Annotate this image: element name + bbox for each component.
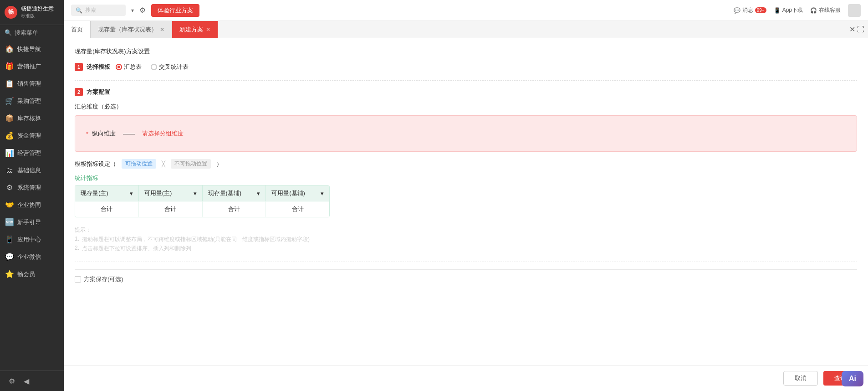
chat-icon: 💬 bbox=[5, 253, 14, 261]
step2-title: 方案配置 bbox=[87, 88, 110, 96]
sidebar-item-app-center[interactable]: 📱 应用中心 bbox=[0, 231, 64, 248]
sidebar-item-system[interactable]: ⚙ 系统管理 bbox=[0, 179, 64, 196]
cart-icon: 🛒 bbox=[5, 97, 14, 105]
message-icon: 💬 bbox=[734, 7, 740, 14]
step2-header: 2 方案配置 bbox=[75, 88, 857, 96]
no-drag-indicator: ╳ bbox=[162, 160, 165, 167]
sidebar-item-purchase[interactable]: 🛒 采购管理 bbox=[0, 93, 64, 110]
tip-item-1: 拖动标题栏可以调整布局，不可跨维度或指标区域拖动(只能在同一维度或指标区域内拖动… bbox=[75, 236, 857, 243]
radio-summary-label: 汇总表 bbox=[124, 63, 142, 71]
sidebar-bottom: ⚙ ◀ bbox=[0, 370, 64, 391]
sidebar-item-sales[interactable]: 📋 销售管理 bbox=[0, 75, 64, 93]
online-service-item[interactable]: 🎧 在线客服 bbox=[810, 6, 841, 14]
mobile-icon: 📱 bbox=[774, 7, 781, 14]
step1-header: 1 选择模板 汇总表 交叉统计表 bbox=[75, 63, 857, 71]
sidebar-item-finance[interactable]: 💰 资金管理 bbox=[0, 127, 64, 144]
cancel-button[interactable]: 取消 bbox=[783, 371, 818, 386]
required-star: * bbox=[86, 130, 88, 137]
ai-button[interactable]: Ai bbox=[842, 371, 863, 386]
tab-home[interactable]: 首页 bbox=[64, 21, 91, 38]
sidebar-item-basic-info[interactable]: 🗂 基础信息 bbox=[0, 162, 64, 179]
radio-cross-dot bbox=[151, 64, 157, 70]
vertical-dimension-label: 纵向维度 bbox=[92, 129, 116, 138]
app-download-item[interactable]: 📱 App下载 bbox=[774, 6, 803, 14]
stats-label: 统计指标 bbox=[75, 174, 857, 182]
sidebar-search[interactable]: 🔍 搜索菜单 bbox=[0, 25, 64, 41]
headset-icon: 🎧 bbox=[810, 7, 817, 14]
app-edition: 标准版 bbox=[21, 13, 54, 19]
mobile-icon: 📱 bbox=[5, 236, 14, 244]
page-title: 现存量(库存状况表)方案设置 bbox=[75, 47, 857, 56]
tab-new-plan-close-icon[interactable]: ✕ bbox=[206, 26, 210, 33]
tab-expand-icon[interactable]: ⛶ bbox=[857, 26, 864, 34]
sidebar-item-label: 应用中心 bbox=[17, 236, 41, 244]
sidebar-item-marketing[interactable]: 🎁 营销推广 bbox=[0, 58, 64, 75]
radio-summary-dot bbox=[116, 64, 122, 70]
sidebar-item-label: 基础信息 bbox=[17, 166, 41, 175]
required-field: * 纵向维度 —— 请选择分组维度 bbox=[86, 129, 184, 138]
sidebar-item-label: 企业微信 bbox=[17, 253, 41, 261]
tab-inventory-close-icon[interactable]: ✕ bbox=[160, 26, 164, 33]
sidebar-item-label: 销售管理 bbox=[17, 80, 41, 88]
col4-label: 可用量(基辅) bbox=[271, 189, 305, 197]
sidebar-item-wechat[interactable]: 💬 企业微信 bbox=[0, 248, 64, 266]
sidebar: 畅 畅捷通好生意 标准版 🔍 搜索菜单 🏠 快捷导航 🎁 营销推广 📋 销售管理… bbox=[0, 0, 64, 391]
dimension-placeholder[interactable]: 请选择分组维度 bbox=[142, 129, 184, 138]
topbar-right: 💬 消息 99+ 📱 App下载 🎧 在线客服 bbox=[734, 4, 861, 17]
tips-list: 拖动标题栏可以调整布局，不可跨维度或指标区域拖动(只能在同一维度或指标区域内拖动… bbox=[75, 236, 857, 252]
sidebar-item-new-guide[interactable]: 🆕 新手引导 bbox=[0, 214, 64, 231]
collapse-icon[interactable]: ◀ bbox=[20, 375, 33, 387]
message-item[interactable]: 💬 消息 99+ bbox=[734, 6, 766, 14]
topbar-dropdown[interactable]: ▾ bbox=[131, 7, 134, 14]
handshake-icon: 🤝 bbox=[5, 201, 14, 209]
app-name: 畅捷通好生意 bbox=[21, 5, 54, 13]
section-step1: 1 选择模板 汇总表 交叉统计表 bbox=[75, 63, 857, 71]
summary-dimension-label: 汇总维度（必选） bbox=[75, 103, 857, 111]
sidebar-item-label: 快捷导航 bbox=[17, 45, 41, 53]
experience-btn[interactable]: 体验行业方案 bbox=[151, 4, 199, 17]
sidebar-item-label: 经营管理 bbox=[17, 149, 41, 157]
section-step2: 2 方案配置 汇总维度（必选） * 纵向维度 —— 请选择分组维度 模板指标设定… bbox=[75, 88, 857, 252]
stats-header-col2: 可用量(主) ▾ bbox=[139, 185, 203, 201]
clipboard-icon: 📋 bbox=[5, 80, 14, 88]
col4-sort-icon[interactable]: ▾ bbox=[321, 190, 324, 197]
tab-close-all-icon[interactable]: ✕ bbox=[849, 25, 855, 34]
app-download-label: App下载 bbox=[782, 6, 803, 14]
user-avatar[interactable] bbox=[848, 4, 861, 17]
col1-sort-icon[interactable]: ▾ bbox=[130, 190, 133, 197]
sidebar-item-member[interactable]: ⭐ 畅会员 bbox=[0, 266, 64, 283]
sidebar-item-inventory[interactable]: 📦 库存核算 bbox=[0, 110, 64, 127]
tab-new-plan[interactable]: 新建方案 ✕ bbox=[172, 21, 218, 38]
content-inner: 现存量(库存状况表)方案设置 1 选择模板 汇总表 交叉统计表 bbox=[64, 38, 868, 365]
radio-cross[interactable]: 交叉统计表 bbox=[151, 63, 189, 71]
save-option-label: 方案保存(可选) bbox=[84, 275, 123, 283]
sidebar-item-enterprise[interactable]: 🤝 企业协同 bbox=[0, 196, 64, 214]
step1-title: 选择模板 bbox=[87, 63, 110, 71]
chart-icon: 📊 bbox=[5, 149, 14, 157]
tab-inventory-status[interactable]: 现存量（库存状况表） ✕ bbox=[91, 21, 172, 38]
stats-table: 现存量(主) ▾ 可用量(主) ▾ 现存量(基辅) ▾ 可用量(基辅) bbox=[75, 185, 330, 217]
save-checkbox[interactable] bbox=[75, 276, 81, 283]
col2-label: 可用量(主) bbox=[144, 189, 172, 197]
sidebar-logo: 畅 畅捷通好生意 标准版 bbox=[0, 0, 64, 25]
required-area: * 纵向维度 —— 请选择分组维度 bbox=[75, 115, 857, 152]
col2-sort-icon[interactable]: ▾ bbox=[194, 190, 197, 197]
tab-right-btns: ✕ ⛶ bbox=[849, 25, 868, 34]
sidebar-item-label: 畅会员 bbox=[17, 270, 35, 278]
col1-label: 现存量(主) bbox=[81, 189, 108, 197]
col3-label: 现存量(基辅) bbox=[208, 189, 242, 197]
radio-summary[interactable]: 汇总表 bbox=[116, 63, 142, 71]
field-dash: —— bbox=[123, 130, 135, 137]
sidebar-item-quick-nav[interactable]: 🏠 快捷导航 bbox=[0, 41, 64, 58]
tab-inventory-label: 现存量（库存状况表） bbox=[98, 26, 157, 34]
sidebar-item-operations[interactable]: 📊 经营管理 bbox=[0, 144, 64, 162]
sidebar-item-label: 采购管理 bbox=[17, 97, 41, 105]
divider1 bbox=[75, 80, 857, 81]
no-draggable-badge: 不可拖动位置 bbox=[171, 159, 211, 169]
sidebar-item-label: 系统管理 bbox=[17, 184, 41, 192]
col3-sort-icon[interactable]: ▾ bbox=[257, 190, 260, 197]
tip-item-2: 点击标题栏下拉可设置排序、插入列和删除列 bbox=[75, 245, 857, 252]
topbar-search[interactable]: 🔍 搜索 bbox=[71, 5, 126, 16]
settings-icon[interactable]: ⚙ bbox=[5, 375, 18, 387]
topbar-gear-icon[interactable]: ⚙ bbox=[139, 6, 146, 15]
